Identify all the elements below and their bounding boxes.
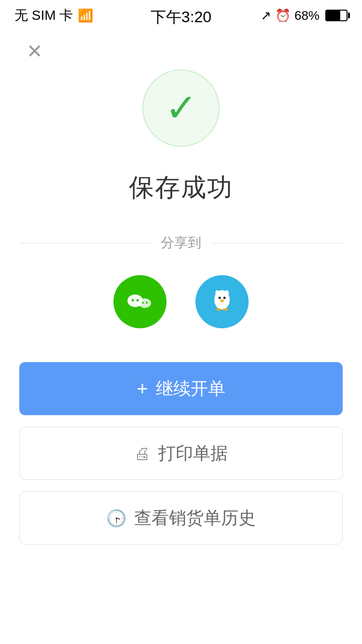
print-label: 打印单据 bbox=[158, 442, 228, 465]
svg-point-14 bbox=[223, 308, 228, 311]
print-icon: 🖨 bbox=[134, 444, 151, 463]
wechat-svg-icon bbox=[125, 286, 155, 317]
alarm-icon: ⏰ bbox=[275, 8, 291, 23]
location-icon: ↗ bbox=[261, 8, 271, 23]
close-icon: ✕ bbox=[27, 42, 43, 61]
history-label: 查看销货单历史 bbox=[134, 506, 256, 530]
wechat-share-button[interactable] bbox=[113, 275, 167, 328]
share-divider: 分享到 bbox=[19, 234, 343, 252]
close-button[interactable]: ✕ bbox=[21, 38, 48, 65]
battery-icon bbox=[325, 10, 348, 21]
svg-point-12 bbox=[225, 290, 229, 296]
plus-icon: + bbox=[137, 378, 148, 400]
no-sim-text: 无 SIM 卡 bbox=[14, 6, 73, 25]
svg-point-5 bbox=[146, 302, 148, 304]
status-bar: 无 SIM 卡 📶 下午3:20 ↗ ⏰ 68% bbox=[0, 0, 362, 31]
qq-svg-icon bbox=[208, 287, 237, 316]
history-button[interactable]: 🕞 查看销货单历史 bbox=[19, 491, 343, 545]
status-left: 无 SIM 卡 📶 bbox=[14, 6, 93, 25]
action-buttons: + 继续开单 🖨 打印单据 🕞 查看销货单历史 bbox=[0, 362, 362, 545]
main-content: ✓ 保存成功 分享到 bbox=[0, 31, 362, 545]
print-button[interactable]: 🖨 打印单据 bbox=[19, 427, 343, 480]
status-time: 下午3:20 bbox=[151, 7, 211, 28]
battery-text: 68% bbox=[294, 8, 320, 23]
share-label: 分享到 bbox=[161, 234, 201, 252]
svg-point-1 bbox=[139, 298, 151, 308]
divider-line-right bbox=[211, 243, 343, 243]
checkmark-icon: ✓ bbox=[165, 89, 197, 127]
svg-point-8 bbox=[219, 297, 221, 299]
svg-point-3 bbox=[137, 299, 139, 302]
continue-button[interactable]: + 继续开单 bbox=[19, 362, 343, 415]
success-title: 保存成功 bbox=[129, 171, 233, 205]
share-icons bbox=[19, 275, 343, 328]
qq-share-button[interactable] bbox=[195, 275, 249, 328]
svg-point-4 bbox=[142, 302, 144, 304]
svg-point-2 bbox=[132, 299, 134, 302]
history-icon: 🕞 bbox=[106, 508, 126, 528]
share-section: 分享到 bbox=[0, 234, 362, 362]
continue-label: 继续开单 bbox=[156, 377, 225, 401]
svg-point-11 bbox=[215, 290, 219, 296]
wifi-icon: 📶 bbox=[78, 8, 93, 23]
success-circle: ✓ bbox=[142, 70, 220, 147]
status-right: ↗ ⏰ 68% bbox=[261, 8, 348, 23]
divider-line-left bbox=[19, 243, 151, 243]
svg-point-9 bbox=[223, 297, 226, 299]
svg-point-10 bbox=[220, 300, 224, 302]
svg-point-13 bbox=[216, 308, 221, 311]
